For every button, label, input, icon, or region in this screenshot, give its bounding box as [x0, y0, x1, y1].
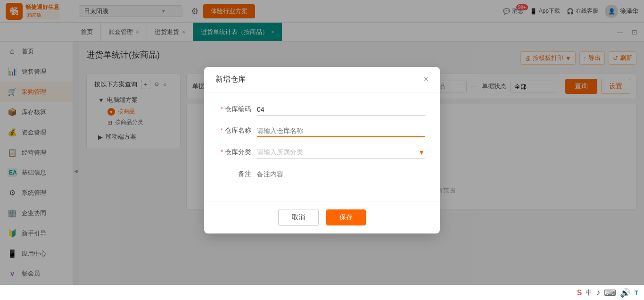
name-label: *仓库名称	[219, 126, 257, 135]
note-label: 备注	[219, 170, 257, 178]
add-warehouse-modal: 新增仓库 × *仓库编码 *仓库名称 *仓库分类	[204, 67, 440, 233]
code-label-text: 仓库编码	[225, 105, 251, 113]
bottom-keyboard-icon[interactable]: ⌨	[604, 288, 616, 298]
bottom-sogou-icon[interactable]: S	[577, 289, 582, 297]
note-label-text: 备注	[238, 170, 251, 177]
modal-body: *仓库编码 *仓库名称 *仓库分类 请输入所属分类 ▼	[204, 92, 440, 201]
category-chevron-icon: ▼	[418, 149, 425, 156]
category-label-text: 仓库分类	[225, 148, 251, 156]
form-row-category: *仓库分类 请输入所属分类 ▼	[219, 146, 425, 159]
form-row-note: 备注	[219, 168, 425, 180]
warehouse-note-input[interactable]	[257, 168, 425, 180]
modal-header: 新增仓库 ×	[204, 67, 440, 92]
bottom-letter-icon[interactable]: T	[634, 289, 638, 297]
bottom-chinese-icon[interactable]: 中	[586, 289, 592, 297]
form-row-name: *仓库名称	[219, 125, 425, 137]
code-label: *仓库编码	[219, 105, 257, 114]
category-required-mark: *	[221, 148, 223, 156]
warehouse-code-input[interactable]	[257, 104, 425, 116]
form-row-code: *仓库编码	[219, 104, 425, 116]
bottom-speaker-icon[interactable]: 🔊	[620, 288, 630, 298]
bottom-bar: S 中 ♪ ⌨ 🔊 T	[0, 285, 644, 300]
save-button[interactable]: 保存	[326, 209, 366, 225]
bottom-music-icon[interactable]: ♪	[596, 288, 600, 298]
category-placeholder: 请输入所属分类	[257, 148, 303, 157]
modal-close-button[interactable]: ×	[423, 75, 429, 84]
modal-title: 新增仓库	[215, 75, 246, 84]
name-label-text: 仓库名称	[225, 126, 251, 134]
code-required-mark: *	[221, 105, 223, 113]
name-required-mark: *	[221, 126, 223, 134]
warehouse-category-select[interactable]: 请输入所属分类 ▼	[257, 146, 425, 159]
modal-overlay: 新增仓库 × *仓库编码 *仓库名称 *仓库分类	[0, 0, 644, 300]
category-label: *仓库分类	[219, 148, 257, 157]
modal-footer: 取消 保存	[204, 201, 440, 233]
warehouse-name-input[interactable]	[257, 125, 425, 137]
cancel-button[interactable]: 取消	[278, 209, 319, 226]
